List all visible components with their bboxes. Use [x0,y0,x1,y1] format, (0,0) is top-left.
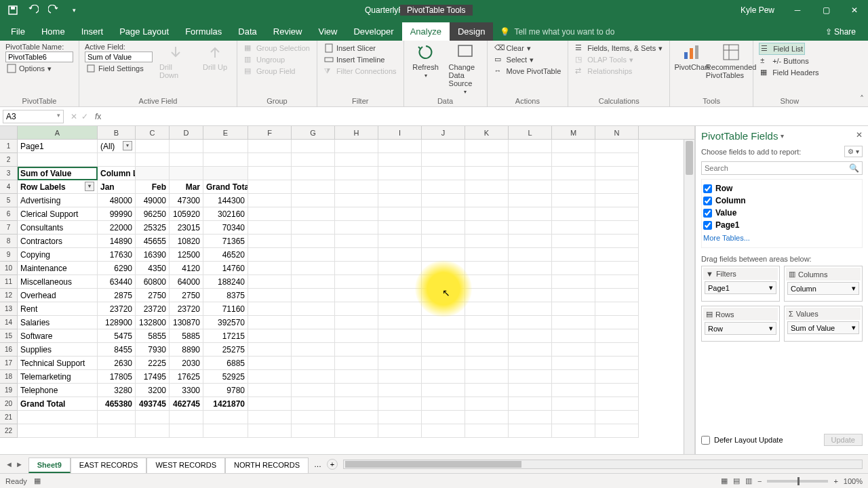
cell[interactable] [422,167,465,180]
cell[interactable] [465,140,509,153]
cell[interactable] [378,194,422,207]
row-chip[interactable]: Row▾ [705,322,776,335]
clear-button[interactable]: ⌫Clear ▾ [493,43,532,54]
field-check-value[interactable]: Value [703,207,861,219]
cell[interactable] [509,221,552,235]
cell[interactable]: 45655 [136,235,170,248]
share-button[interactable]: ⇪ Share [816,23,865,41]
cell[interactable]: Mar [170,180,203,194]
change-data-source-button[interactable]: Change Data Source▾ [449,43,481,95]
cell[interactable] [335,207,378,221]
cell[interactable] [98,411,136,424]
cell[interactable] [98,424,136,438]
cell[interactable] [422,302,465,316]
cell[interactable] [552,194,595,207]
more-tabs-icon[interactable]: … [309,460,327,468]
cell[interactable] [422,235,465,248]
cell[interactable] [335,370,378,384]
cell[interactable] [509,235,552,248]
cell[interactable] [378,329,422,343]
cell[interactable]: Contractors [18,235,98,248]
cell[interactable] [378,221,422,235]
cell[interactable] [422,411,465,424]
cell[interactable] [552,153,595,167]
cell[interactable] [136,424,170,438]
cell[interactable]: 3300 [170,384,203,397]
qat-customize-icon[interactable]: ▾ [66,3,81,18]
cell[interactable] [465,316,509,329]
cell[interactable]: 47300 [170,194,203,207]
sheet-tab[interactable]: Sheet9 [28,458,71,473]
sheet-tab[interactable]: WEST RECORDS [146,458,225,473]
zoom-slider[interactable] [767,480,828,483]
row-header[interactable]: 12 [0,289,18,302]
cell[interactable]: 6885 [203,357,248,370]
cell[interactable]: 128900 [98,316,136,329]
cell[interactable] [335,411,378,424]
row-header[interactable]: 19 [0,384,18,397]
cell[interactable] [465,357,509,370]
cell[interactable] [18,424,98,438]
cell[interactable] [422,357,465,370]
cell[interactable] [248,235,292,248]
cell[interactable]: 3280 [98,384,136,397]
cell[interactable] [248,262,292,275]
pt-name-input[interactable] [5,52,73,62]
field-search-input[interactable] [705,164,849,172]
cell[interactable] [509,262,552,275]
tab-data[interactable]: Data [230,22,264,41]
cell[interactable] [465,397,509,411]
cell[interactable] [509,194,552,207]
cell[interactable]: Telemarketing [18,370,98,384]
recommended-pivottables-button[interactable]: Recommended PivotTables [715,43,747,79]
cell[interactable] [378,424,422,438]
cell[interactable] [378,343,422,357]
cell[interactable] [465,248,509,262]
cell[interactable]: 5855 [136,329,170,343]
cell[interactable] [335,275,378,289]
cell[interactable] [136,411,170,424]
tab-home[interactable]: Home [33,22,73,41]
cell[interactable] [509,343,552,357]
name-box[interactable]: A3 [3,110,64,123]
cell[interactable]: 1421870 [203,397,248,411]
cell[interactable] [509,167,552,180]
cell[interactable]: 14890 [98,235,136,248]
undo-icon[interactable] [26,3,41,18]
cell[interactable]: Jan [98,180,136,194]
cell[interactable] [378,275,422,289]
formula-input[interactable] [104,110,868,123]
cell[interactable] [552,275,595,289]
cell[interactable] [378,357,422,370]
cell[interactable] [595,248,639,262]
cell[interactable] [465,302,509,316]
cell[interactable] [509,275,552,289]
cell[interactable] [422,221,465,235]
cell[interactable]: Grand Total [203,180,248,194]
cell[interactable] [136,153,170,167]
cell[interactable] [378,411,422,424]
cell[interactable] [595,343,639,357]
cell[interactable] [170,153,203,167]
cell[interactable]: 302160 [203,207,248,221]
insert-timeline-button[interactable]: Insert Timeline [323,54,387,65]
cell[interactable] [595,262,639,275]
cell[interactable]: Feb [136,180,170,194]
cell[interactable]: Maintenance [18,262,98,275]
cell[interactable]: 17805 [98,370,136,384]
cell[interactable]: 48000 [98,194,136,207]
cell[interactable] [595,302,639,316]
cell[interactable] [595,424,639,438]
cell[interactable] [292,397,335,411]
cell[interactable]: Clerical Support [18,207,98,221]
cell[interactable]: 4350 [136,262,170,275]
cell[interactable] [552,289,595,302]
worksheet-grid[interactable]: ABCDEFGHIJKLMN 1Page1(All)▾23Sum of Valu… [0,126,695,454]
cell[interactable] [465,221,509,235]
cell[interactable] [509,140,552,153]
cell[interactable] [465,207,509,221]
cell[interactable]: 8375 [203,289,248,302]
cell[interactable] [335,302,378,316]
cell[interactable] [292,343,335,357]
field-search[interactable]: 🔍 [701,161,863,175]
